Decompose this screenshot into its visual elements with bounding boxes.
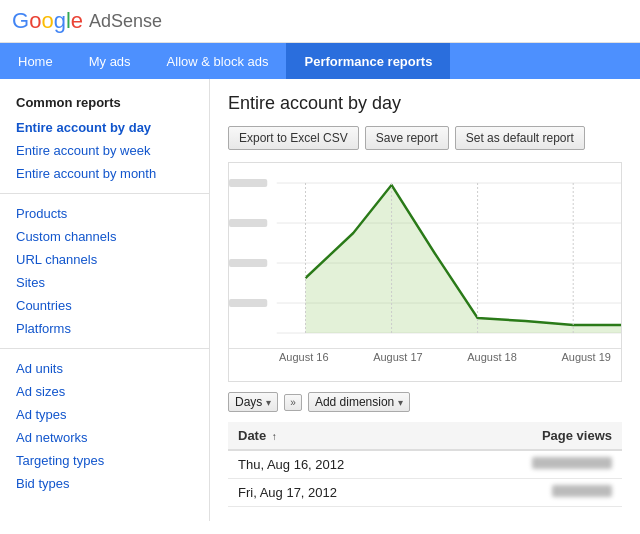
nav-home[interactable]: Home [0, 43, 71, 79]
sidebar-item-ad-types[interactable]: Ad types [0, 403, 209, 426]
x-label-aug16: August 16 [279, 351, 329, 363]
cell-pageviews-1 [448, 450, 622, 479]
svg-rect-6 [229, 219, 267, 227]
dimension-chevron[interactable]: » [284, 394, 302, 411]
x-label-aug19: August 19 [561, 351, 611, 363]
content-area: Common reports Entire account by day Ent… [0, 79, 640, 521]
pageviews-bar-1 [532, 457, 612, 469]
sidebar-item-ad-units[interactable]: Ad units [0, 357, 209, 380]
col-page-views-label: Page views [542, 428, 612, 443]
table-row: Fri, Aug 17, 2012 [228, 479, 622, 507]
sidebar-item-products[interactable]: Products [0, 202, 209, 225]
chart-svg [229, 163, 621, 348]
pageviews-bar-2 [552, 485, 612, 497]
col-date-label: Date [238, 428, 266, 443]
app-header: Google AdSense [0, 0, 640, 43]
add-dimension-dropdown-icon: ▾ [398, 397, 403, 408]
sidebar: Common reports Entire account by day Ent… [0, 79, 210, 521]
sidebar-item-countries[interactable]: Countries [0, 294, 209, 317]
main-content: Entire account by day Export to Excel CS… [210, 79, 640, 521]
save-report-button[interactable]: Save report [365, 126, 449, 150]
cell-date-2: Fri, Aug 17, 2012 [228, 479, 448, 507]
table-header-row: Date ↑ Page views [228, 422, 622, 450]
cell-date-1: Thu, Aug 16, 2012 [228, 450, 448, 479]
nav-allow-block[interactable]: Allow & block ads [149, 43, 287, 79]
svg-rect-8 [229, 299, 267, 307]
data-table: Date ↑ Page views Thu, Aug 16, 2012 Fr [228, 422, 622, 507]
sidebar-item-bid-types[interactable]: Bid types [0, 472, 209, 495]
page-title: Entire account by day [228, 93, 622, 114]
chart-x-axis: August 16 August 17 August 18 August 19 [229, 348, 621, 367]
days-selector[interactable]: Days ▾ [228, 392, 278, 412]
sidebar-section-common-reports: Common reports [0, 91, 209, 116]
add-dimension-label: Add dimension [315, 395, 394, 409]
sidebar-item-platforms[interactable]: Platforms [0, 317, 209, 340]
svg-rect-5 [229, 179, 267, 187]
dimension-bar: Days ▾ » Add dimension ▾ [228, 392, 622, 412]
sidebar-item-entire-account-month[interactable]: Entire account by month [0, 162, 209, 185]
col-date[interactable]: Date ↑ [228, 422, 448, 450]
sidebar-item-sites[interactable]: Sites [0, 271, 209, 294]
sidebar-item-custom-channels[interactable]: Custom channels [0, 225, 209, 248]
sidebar-item-ad-sizes[interactable]: Ad sizes [0, 380, 209, 403]
x-label-aug18: August 18 [467, 351, 517, 363]
sidebar-divider-2 [0, 348, 209, 349]
adsense-logo-text: AdSense [85, 11, 162, 32]
sidebar-item-targeting-types[interactable]: Targeting types [0, 449, 209, 472]
sidebar-divider-1 [0, 193, 209, 194]
sidebar-item-entire-account-week[interactable]: Entire account by week [0, 139, 209, 162]
x-label-aug17: August 17 [373, 351, 423, 363]
nav-performance-reports[interactable]: Performance reports [286, 43, 450, 79]
table-row: Thu, Aug 16, 2012 [228, 450, 622, 479]
sidebar-item-entire-account-day[interactable]: Entire account by day [0, 116, 209, 139]
add-dimension-selector[interactable]: Add dimension ▾ [308, 392, 410, 412]
col-page-views: Page views [448, 422, 622, 450]
sort-asc-icon: ↑ [272, 431, 277, 442]
main-nav: Home My ads Allow & block ads Performanc… [0, 43, 640, 79]
chart-container: August 16 August 17 August 18 August 19 [228, 162, 622, 382]
sidebar-item-url-channels[interactable]: URL channels [0, 248, 209, 271]
days-label: Days [235, 395, 262, 409]
google-logo: Google [12, 8, 83, 34]
cell-pageviews-2 [448, 479, 622, 507]
days-dropdown-icon: ▾ [266, 397, 271, 408]
nav-my-ads[interactable]: My ads [71, 43, 149, 79]
export-csv-button[interactable]: Export to Excel CSV [228, 126, 359, 150]
logo: Google AdSense [12, 8, 162, 34]
svg-rect-7 [229, 259, 267, 267]
sidebar-item-ad-networks[interactable]: Ad networks [0, 426, 209, 449]
set-default-report-button[interactable]: Set as default report [455, 126, 585, 150]
report-toolbar: Export to Excel CSV Save report Set as d… [228, 126, 622, 150]
